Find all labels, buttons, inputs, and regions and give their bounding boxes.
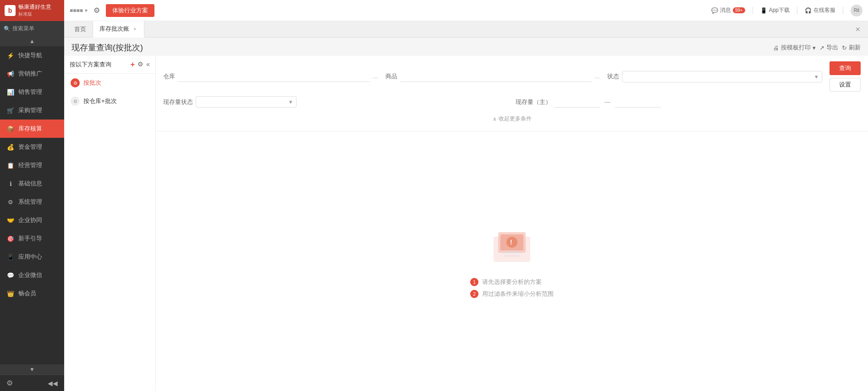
empty-state: ! 1 请先选择要分析的方案 2 用过滤条件来缩小分析范围 (156, 131, 868, 391)
page-header-actions: 🖨 按模板打印 ▾ ↗ 导出 ↻ 刷新 (773, 43, 861, 52)
sidebar-item-inventory[interactable]: 📦 库存核算 (0, 119, 64, 138)
enterprise-label: 企业协同 (18, 216, 42, 224)
sidebar-item-app-center[interactable]: 📱 应用中心 (0, 248, 64, 266)
footer-settings-icon[interactable]: ⚙ (6, 379, 13, 387)
print-button[interactable]: 🖨 按模板打印 ▾ (773, 43, 816, 52)
purchase-label: 采购管理 (18, 106, 42, 114)
page-header: 现存量查询(按批次) 🖨 按模板打印 ▾ ↗ 导出 ↻ 刷新 (64, 38, 868, 56)
tab-home[interactable]: 首页 (68, 22, 93, 37)
sidebar-item-marketing[interactable]: 📢 营销推广 (0, 65, 64, 83)
add-scheme-button[interactable]: + (131, 60, 135, 69)
product-filter-label: 商品 (385, 72, 397, 81)
step-1-number: 1 (470, 278, 478, 286)
left-panel-header: 按以下方案查询 + ⚙ « (64, 56, 155, 74)
scheme-icon-gray: ⚙ (71, 97, 80, 106)
wechat-icon: 💬 (6, 271, 15, 279)
status-filter-group: 状态 ▾ (607, 71, 822, 82)
refresh-icon: ↻ (842, 44, 847, 51)
basic-info-label: 基础信息 (18, 179, 42, 188)
print-label: 按模板打印 (781, 43, 811, 52)
app-download-button[interactable]: 📱 App下载 (760, 6, 790, 14)
system-icon: ⚙ (6, 198, 15, 206)
topbar-left: ■■■■ ▾ ⚙ 体验行业方案 (70, 4, 708, 17)
app-logo: b (5, 5, 16, 16)
print-icon: 🖨 (773, 44, 779, 51)
sidebar-item-basic-info[interactable]: ℹ 基础信息 (0, 174, 64, 193)
warehouse-filter-input[interactable] (178, 71, 370, 82)
product-more-button[interactable]: … (594, 73, 600, 80)
message-icon: 💬 (711, 7, 718, 14)
sidebar-header: b 畅康通好生意 标准版 (0, 0, 64, 21)
sidebar-footer: ⚙ ◀◀ (0, 375, 64, 391)
shortcuts-label: 快捷导航 (18, 51, 42, 60)
sidebar-item-sales[interactable]: 📊 销售管理 (0, 83, 64, 101)
avatar-text: Rit (854, 8, 859, 13)
refresh-button[interactable]: ↻ 刷新 (842, 43, 861, 52)
status-filter-label: 状态 (607, 72, 619, 81)
collapse-filter-button[interactable]: ∧ 收起更多条件 (163, 112, 861, 125)
filter-row-1: 仓库 … 商品 … 状态 ▾ (163, 61, 861, 92)
tab-side-close-button[interactable]: ✕ (852, 26, 864, 33)
scheme-item-by-warehouse-batch[interactable]: ⚙ 按仓库+批次 (64, 92, 155, 110)
sidebar-item-members[interactable]: 👑 畅会员 (0, 284, 64, 303)
filter-area: 仓库 … 商品 … 状态 ▾ (156, 56, 868, 131)
user-avatar-button[interactable]: Rit (851, 5, 863, 16)
page-title: 现存量查询(按批次) (71, 42, 143, 53)
sidebar-item-operations[interactable]: 📋 经营管理 (0, 156, 64, 174)
topbar: ■■■■ ▾ ⚙ 体验行业方案 💬 消息 99+ 📱 App下载 🎧 在线客服 (64, 0, 868, 21)
sidebar-item-purchase[interactable]: 🛒 采购管理 (0, 101, 64, 119)
query-button[interactable]: 查询 (830, 61, 861, 75)
brand-info: 畅康通好生意 标准版 (18, 4, 51, 17)
warehouse-more-button[interactable]: … (373, 73, 378, 80)
empty-text: 1 请先选择要分析的方案 2 用过滤条件来缩小分析范围 (470, 276, 554, 300)
tab-inventory-batch[interactable]: 库存批次账 × (93, 21, 144, 38)
message-label: 消息 (720, 6, 731, 14)
sidebar-search[interactable]: 🔍 搜索菜单 (0, 21, 64, 36)
topbar-right: 💬 消息 99+ 📱 App下载 🎧 在线客服 Rit (711, 5, 863, 16)
sidebar-item-shortcuts[interactable]: ⚡ 快捷导航 (0, 46, 64, 65)
scheme-item-by-batch[interactable]: ⚙ 按批次 (64, 74, 155, 92)
system-label: 系统管理 (18, 198, 42, 206)
stock-status-select[interactable]: ▾ (196, 96, 297, 108)
tab-home-label: 首页 (74, 25, 86, 33)
scheme-settings-icon[interactable]: ⚙ (137, 60, 143, 69)
collapse-left-panel-button[interactable]: « (146, 60, 150, 69)
status-filter-select[interactable]: ▾ (622, 71, 822, 82)
sidebar-item-enterprise[interactable]: 🤝 企业协同 (0, 211, 64, 229)
sales-icon: 📊 (6, 88, 15, 96)
online-service-button[interactable]: 🎧 在线客服 (805, 6, 835, 14)
basic-info-icon: ℹ (6, 179, 15, 188)
stock-qty-max-input[interactable] (615, 97, 661, 108)
sidebar-item-guide[interactable]: 🎯 新手引导 (0, 229, 64, 248)
product-filter-input[interactable] (400, 71, 592, 82)
edition-label: 标准版 (18, 11, 51, 17)
brand-name: 畅康通好生意 (18, 4, 51, 11)
stock-qty-min-input[interactable] (554, 97, 600, 108)
message-button[interactable]: 💬 消息 99+ (711, 6, 745, 14)
experience-industry-button[interactable]: 体验行业方案 (106, 4, 154, 17)
sidebar: b 畅康通好生意 标准版 🔍 搜索菜单 ▲ ⚡ 快捷导航 📢 营销推广 📊 销售… (0, 0, 64, 391)
finance-label: 资金管理 (18, 143, 42, 151)
divider (753, 7, 753, 14)
finance-icon: 💰 (6, 143, 15, 151)
tab-close-button[interactable]: × (132, 26, 137, 32)
step-2-number: 2 (470, 290, 478, 298)
wechat-label: 企业微信 (18, 271, 42, 279)
sidebar-item-wechat[interactable]: 💬 企业微信 (0, 266, 64, 284)
svg-text:!: ! (510, 239, 512, 246)
settings-button[interactable]: 设置 (830, 78, 861, 92)
breadcrumb: ■■■■ ▾ (70, 7, 88, 14)
search-icon: 🔍 (4, 26, 11, 32)
purchase-icon: 🛒 (6, 106, 15, 114)
scroll-down-button[interactable]: ▼ (0, 364, 64, 375)
left-panel: 按以下方案查询 + ⚙ « ⚙ 按批次 ⚙ 按仓库+批次 (64, 56, 156, 391)
footer-collapse-icon[interactable]: ◀◀ (48, 380, 58, 387)
shortcuts-icon: ⚡ (6, 51, 15, 60)
export-button[interactable]: ↗ 导出 (819, 43, 838, 52)
settings-gear-button[interactable]: ⚙ (90, 4, 103, 17)
scroll-up-button[interactable]: ▲ (0, 36, 64, 46)
tab-inventory-batch-label: 库存批次账 (99, 25, 129, 33)
sidebar-item-finance[interactable]: 💰 资金管理 (0, 138, 64, 156)
sidebar-item-system[interactable]: ⚙ 系统管理 (0, 193, 64, 211)
warehouse-filter-group: 仓库 … (163, 71, 378, 82)
